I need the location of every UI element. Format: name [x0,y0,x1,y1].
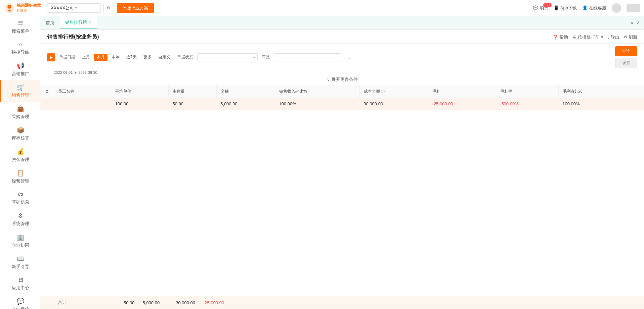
sidebar-item-guide[interactable]: 📖 新手引导 [0,252,40,273]
message-badge: 99+ [543,3,552,7]
status-select-wrapper: ▾ [197,53,258,61]
col-settings[interactable]: ⚙ [40,85,54,98]
export-btn[interactable]: ↓ 导出 [607,34,620,40]
sidebar-label-system: 系统管理 [12,221,29,227]
goods-label: 商品 [262,54,270,60]
filter-bar: ▶ 单据日期 上月 本月 本年 近7天 更多 自定义 单据状态 [40,43,644,85]
online-service-link[interactable]: 👤 在线客服 [582,5,606,11]
sidebar-item-system[interactable]: ⚙ 系统管理 [0,209,40,230]
trial-button[interactable]: 体验行业方案 [117,3,154,13]
message-icon: 💬 [533,5,538,10]
sidebar-item-search[interactable]: ☰ 搜索菜单 [0,16,40,38]
date-range-display: 2023-06-01 至 2023-06-30 [47,70,637,75]
sidebar-icon-marketing: 📢 [17,62,24,69]
logo-area: 畅康通好生意 标准版 [4,3,44,13]
sidebar-item-finance[interactable]: 💰 资金管理 [0,145,40,166]
footer-label: 合计 [44,300,112,306]
main-layout: ☰ 搜索菜单 ⌂ 快捷导航 📢 营销推广 🛒 销售管理 👜 采购管理 📦 库存核… [0,16,644,309]
sidebar-item-purchase[interactable]: 👜 采购管理 [0,102,40,123]
page-content: 销售排行榜(按业务员) ❓ 帮助 🖨 按模板打印 ▾ ↓ 导出 [40,30,644,309]
sidebar-item-basic-info[interactable]: 🗂 基础信息 [0,188,40,209]
sidebar-label-app-center: 应用中心 [12,285,29,291]
window-close-btn[interactable]: × [631,20,633,25]
sidebar-item-sales[interactable]: 🛒 销售管理 [0,80,40,102]
date-tab-7days[interactable]: 近7天 [124,54,139,61]
status-select[interactable] [197,53,258,61]
sidebar-icon-search: ☰ [18,19,23,27]
col-gross-rate: 毛利率 [496,85,558,98]
window-restore-btn[interactable]: ⤢ [636,20,640,25]
sidebar-label-purchase: 采购管理 [12,114,29,120]
tab-bar-right: × ⤢ [631,20,644,25]
chevron-print-icon: ▾ [601,35,603,40]
table-settings-icon[interactable]: ⚙ [45,89,49,94]
date-tab-custom[interactable]: 自定义 [156,54,173,61]
sidebar-icon-inventory: 📦 [17,126,24,134]
sidebar-item-marketing[interactable]: 📢 营销推广 [0,59,40,80]
date-tab-this-month[interactable]: 本月 [94,54,108,61]
col-gross-ratio: 毛利占比% [558,85,624,98]
filter-actions: 查询 设置 [615,46,637,68]
col-name: 员工名称 [54,85,111,98]
date-tab-more[interactable]: 更多 [141,54,154,61]
help-btn[interactable]: ❓ 帮助 [553,34,568,40]
user-menu[interactable] [627,4,640,12]
filter-row-1: ▶ 单据日期 上月 本月 本年 近7天 更多 自定义 单据状态 [47,46,637,68]
date-label: 单据日期 [59,54,75,60]
sidebar-icon-quick-nav: ⌂ [19,41,23,48]
date-tab-this-year[interactable]: 本年 [109,54,122,61]
table-header: ⚙ 员工名称 平均单价 主数量 全额 销售收入占比% 成本全额 ⓘ 毛利 毛利率… [40,85,644,98]
goods-input[interactable] [274,53,341,61]
expand-btn[interactable]: ∨ 展开更多条件 [327,76,358,83]
settings-button[interactable]: 设置 [615,58,637,68]
sidebar-label-sales: 销售管理 [12,92,29,98]
company-selector[interactable]: XXXXX公司 ▾ [47,3,101,13]
top-header: 畅康通好生意 标准版 XXXXX公司 ▾ ⚙ 体验行业方案 💬 消息 99+ 📱… [0,0,644,16]
home-tab-label: 首页 [46,20,54,26]
date-tabs: 上月 本月 本年 近7天 更多 自定义 [79,54,173,61]
refresh-btn[interactable]: ↺ 刷新 [624,34,637,40]
arrow-right-icon: ▶ [50,55,53,60]
help-icon: ❓ [553,35,558,40]
cell-gross-ratio: 100.00% [558,98,624,110]
sidebar-item-operations[interactable]: 📋 经营管理 [0,166,40,188]
template-print-btn[interactable]: 🖨 按模板打印 ▾ [572,34,603,40]
sidebar-item-app-center[interactable]: 🖥 应用中心 [0,273,40,294]
table-row: 1 100.00 50.00 5,000.00 100.00% 30,000.0… [40,98,644,110]
sidebar-item-wechat[interactable]: 💬 企业微信 [0,294,40,309]
export-icon: ↓ [607,35,610,40]
status-label: 单据状态 [177,54,193,60]
date-tab-last-month[interactable]: 上月 [79,54,93,61]
service-icon: 👤 [582,5,588,10]
footer-avg-price [112,300,120,305]
cell-main-qty: 50.00 [168,98,216,110]
sidebar-icon-purchase: 👜 [17,105,24,112]
content-area: 首页 销售排行榜 × × ⤢ 销售排行榜(按业务员) ❓ 帮助 [40,16,644,309]
query-button[interactable]: 查询 [615,46,637,56]
sidebar-icon-wechat: 💬 [17,298,24,305]
header-right: 💬 消息 99+ 📱 App下载 👤 在线客服 [533,3,640,13]
sidebar-icon-operations: 📋 [17,169,24,177]
cell-gross: -25,000.00 [428,98,496,110]
cell-sales-ratio: 100.00% [275,98,360,110]
filter-expand-arrow[interactable]: ▶ [47,53,55,61]
col-extra [624,85,644,98]
avatar[interactable] [612,3,621,13]
tab-close-icon[interactable]: × [89,20,91,25]
sidebar-item-quick-nav[interactable]: ⌂ 快捷导航 [0,38,40,59]
message-area[interactable]: 💬 消息 99+ [533,5,548,11]
tab-home[interactable]: 首页 [40,16,60,29]
tab-sales-ranking[interactable]: 销售排行榜 × [60,16,97,29]
sidebar-label-guide: 新手引导 [12,264,29,270]
goods-more-btn[interactable]: ... [345,55,352,60]
cell-gross-rate: -500.00% [496,98,558,110]
sidebar-label-basic-info: 基础信息 [12,199,29,205]
phone-icon: 📱 [554,5,559,10]
footer-cost-total: 30,000.00 [172,300,199,305]
col-total: 全额 [216,85,275,98]
settings-icon-btn[interactable]: ⚙ [103,3,114,13]
sidebar-item-enterprise[interactable]: 🏢 企业协同 [0,230,40,252]
sidebar-item-inventory[interactable]: 📦 库存核算 [0,123,40,145]
col-main-qty: 主数量 [168,85,216,98]
app-download-link[interactable]: 📱 App下载 [554,5,577,11]
